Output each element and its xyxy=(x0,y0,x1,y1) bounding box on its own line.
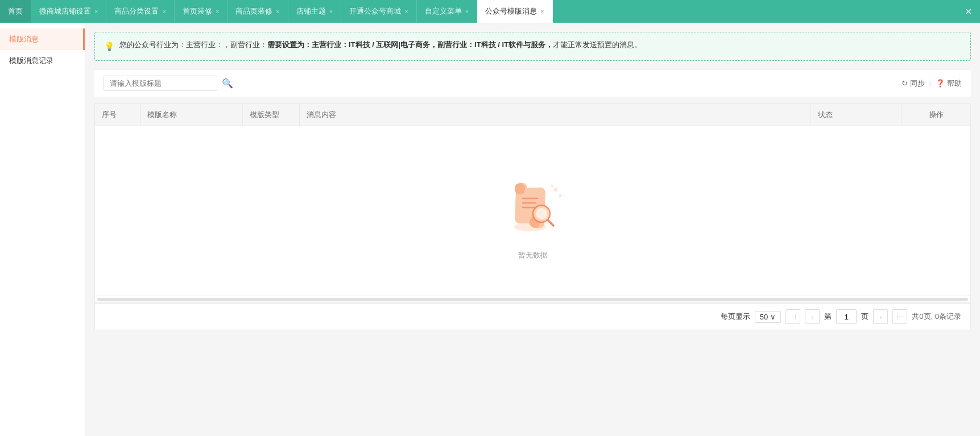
nav-tab-theme[interactable]: 店铺主题× xyxy=(288,0,341,23)
table-header: 序号 模版名称 模版类型 消息内容 状态 操作 xyxy=(94,103,971,126)
nav-tab-label: 开通公众号商城 xyxy=(349,6,401,16)
notice-box: 💡 您的公众号行业为：主营行业：，副营行业：需要设置为：主营行业：IT科技 / … xyxy=(94,32,971,61)
nav-tab-label: 商品分类设置 xyxy=(114,6,159,16)
pagination: 每页显示 50 ∨ ⊣ ‹ 第 页 › ⊢ 共0页, 0条记录 xyxy=(94,303,971,330)
nav-tab-close-homepage[interactable]: × xyxy=(216,9,219,15)
sync-icon: ↻ xyxy=(902,79,908,88)
page-label-post: 页 xyxy=(861,312,869,322)
nav-tab-close-theme[interactable]: × xyxy=(329,9,333,15)
help-icon: ❓ xyxy=(936,79,945,88)
search-left: 🔍 xyxy=(104,76,233,91)
nav-tab-close-custommenu[interactable]: × xyxy=(465,9,469,15)
top-nav: 首页微商城店铺设置×商品分类设置×首页装修×商品页装修×店铺主题×开通公众号商城… xyxy=(0,0,980,23)
search-input[interactable] xyxy=(104,76,217,91)
search-button[interactable]: 🔍 xyxy=(222,78,233,89)
nav-tab-label: 自定义菜单 xyxy=(425,6,462,16)
sidebar: 模版消息模版消息记录 xyxy=(0,23,85,436)
nav-tab-close-product[interactable]: × xyxy=(276,9,279,15)
page-size-label: 每页显示 xyxy=(721,312,750,322)
search-right: ↻ 同步 | ❓ 帮助 xyxy=(902,78,962,89)
main-content: 💡 您的公众号行业为：主营行业：，副营行业：需要设置为：主营行业：IT科技 / … xyxy=(85,23,980,436)
nav-tab-label: 公众号模版消息 xyxy=(485,6,537,16)
nav-tab-weishop[interactable]: 微商城店铺设置× xyxy=(31,0,106,23)
notice-text: 您的公众号行业为：主营行业：，副营行业：需要设置为：主营行业：IT科技 / 互联… xyxy=(119,39,642,51)
search-bar: 🔍 ↻ 同步 | ❓ 帮助 xyxy=(94,70,971,97)
svg-point-8 xyxy=(559,194,561,197)
nav-tab-close-openstore[interactable]: × xyxy=(404,9,408,15)
col-type: 模版类型 xyxy=(243,104,300,126)
total-info: 共0页, 0条记录 xyxy=(912,312,961,322)
col-content: 消息内容 xyxy=(300,104,811,126)
nav-tab-label: 微商城店铺设置 xyxy=(39,6,91,16)
col-action: 操作 xyxy=(902,104,970,126)
sidebar-item-template-msg[interactable]: 模版消息 xyxy=(0,28,85,50)
col-name: 模版名称 xyxy=(140,104,243,126)
page-input[interactable] xyxy=(836,309,857,324)
nav-tab-label: 店铺主题 xyxy=(296,6,326,16)
page-label-pre: 第 xyxy=(824,312,832,322)
nav-tab-label: 商品页装修 xyxy=(235,6,272,16)
nav-tab-template[interactable]: 公众号模版消息× xyxy=(477,0,552,23)
scrollbar-area[interactable] xyxy=(94,296,971,303)
nav-tab-label: 首页 xyxy=(8,6,23,16)
table-body: 暂无数据 xyxy=(94,126,971,296)
nav-tab-custommenu[interactable]: 自定义菜单× xyxy=(417,0,477,23)
empty-state: 暂无数据 xyxy=(499,139,567,283)
nav-tab-close-template[interactable]: × xyxy=(540,9,544,15)
nav-tab-openstore[interactable]: 开通公众号商城× xyxy=(341,0,416,23)
nav-tab-home[interactable]: 首页 xyxy=(0,0,31,23)
sync-button[interactable]: ↻ 同步 xyxy=(902,78,925,89)
chevron-down-icon: ∨ xyxy=(770,313,776,321)
svg-line-6 xyxy=(548,220,553,226)
help-button[interactable]: ❓ 帮助 xyxy=(936,78,962,89)
close-all-button[interactable]: ✕ xyxy=(957,6,980,17)
col-seq: 序号 xyxy=(95,104,140,126)
bulb-icon: 💡 xyxy=(104,40,115,53)
sidebar-item-template-record[interactable]: 模版消息记录 xyxy=(0,50,85,72)
svg-point-5 xyxy=(536,208,547,219)
nav-tab-product[interactable]: 商品页装修× xyxy=(228,0,288,23)
nav-tab-category[interactable]: 商品分类设置× xyxy=(106,0,174,23)
table-container: 序号 模版名称 模版类型 消息内容 状态 操作 xyxy=(94,103,971,330)
page-first-button[interactable]: ⊣ xyxy=(785,309,800,324)
svg-point-7 xyxy=(554,188,557,192)
nav-tab-homepage[interactable]: 首页装修× xyxy=(175,0,228,23)
page-prev-button[interactable]: ‹ xyxy=(805,309,820,324)
nav-tab-close-weishop[interactable]: × xyxy=(94,9,98,15)
main-layout: 模版消息模版消息记录 💡 您的公众号行业为：主营行业：，副营行业：需要设置为：主… xyxy=(0,23,980,436)
page-next-button[interactable]: › xyxy=(873,309,888,324)
divider: | xyxy=(929,79,931,88)
empty-illustration xyxy=(499,173,567,241)
nav-tab-close-category[interactable]: × xyxy=(162,9,166,15)
page-size-select[interactable]: 50 ∨ xyxy=(755,311,781,323)
scrollbar-track[interactable] xyxy=(97,298,968,301)
empty-text: 暂无数据 xyxy=(518,250,548,260)
page-last-button[interactable]: ⊢ xyxy=(892,309,907,324)
col-status: 状态 xyxy=(811,104,902,126)
nav-tab-label: 首页装修 xyxy=(183,6,212,16)
